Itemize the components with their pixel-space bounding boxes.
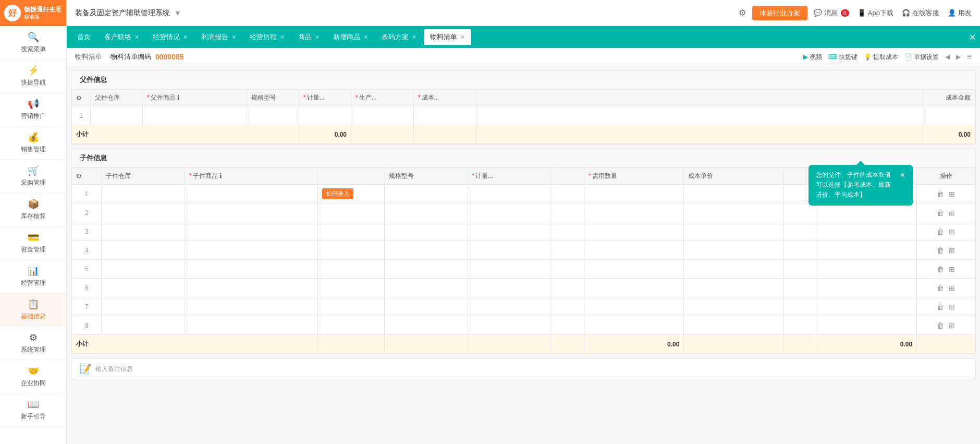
child-cell-amount-6[interactable] (817, 279, 916, 297)
child-cell-unit-5[interactable] (468, 260, 551, 279)
nav-tab-close-5[interactable]: ✕ (315, 34, 320, 41)
parent-cell-produce-1[interactable] (351, 106, 414, 125)
child-cell-uprice-3[interactable] (684, 222, 783, 241)
child-cell-spec-7[interactable] (384, 297, 468, 316)
delete-icon-5[interactable]: 🗑 (937, 265, 944, 273)
online-service-item[interactable]: 🎧 在线客服 (902, 8, 939, 18)
child-cell-unit-8[interactable] (468, 316, 551, 335)
sidebar-item-采购管理[interactable]: 🛒采购管理 (0, 160, 66, 193)
delete-icon-1[interactable]: 🗑 (937, 190, 944, 198)
parent-cell-spec-1[interactable] (247, 106, 299, 125)
child-cell-goods-7[interactable] (185, 297, 318, 316)
child-cell-qty-4[interactable] (584, 241, 683, 260)
parent-cell-amount-1[interactable] (923, 106, 975, 125)
child-cell-unit-4[interactable] (468, 241, 551, 260)
user-item[interactable]: 👤 用友 (948, 8, 972, 18)
tooltip-close-btn[interactable]: ✕ (900, 170, 905, 181)
message-item[interactable]: 💬 消息 6 (814, 8, 849, 18)
child-cell-uprice-4[interactable] (684, 241, 783, 260)
app-download-item[interactable]: 📱 App下载 (858, 8, 893, 18)
breadcrumb-item-1[interactable]: 物料清单 (75, 52, 102, 62)
nav-tab-经营情况[interactable]: 经营情况 ✕ (146, 29, 194, 45)
nav-tab-close-3[interactable]: ✕ (231, 34, 236, 41)
experience-button[interactable]: 体验行业方案 (752, 6, 807, 20)
child-cell-spec-1[interactable] (384, 185, 468, 203)
sidebar-item-搜索菜单[interactable]: 🔍搜索菜单 (0, 26, 66, 59)
copy-icon-4[interactable]: ⊞ (949, 246, 955, 255)
parent-cell-cost-1[interactable] (414, 106, 476, 125)
delete-icon-7[interactable]: 🗑 (937, 303, 944, 311)
delete-icon-8[interactable]: 🗑 (937, 321, 944, 330)
child-cell-amount-4[interactable] (817, 241, 916, 260)
sidebar-item-新手引导[interactable]: 📖新手引导 (0, 393, 66, 427)
delete-icon-2[interactable]: 🗑 (937, 209, 944, 217)
sidebar-item-企业协同[interactable]: 🤝企业协同 (0, 360, 66, 393)
sidebar-item-营销推广[interactable]: 📢营销推广 (0, 93, 66, 126)
copy-icon-5[interactable]: ⊞ (949, 265, 955, 273)
child-cell-qty-8[interactable] (584, 316, 683, 335)
child-cell-warehouse-2[interactable] (102, 203, 185, 222)
sidebar-item-销售管理[interactable]: 💰销售管理 (0, 126, 66, 160)
child-cell-warehouse-5[interactable] (102, 260, 185, 279)
child-cell-uprice-2[interactable] (684, 203, 783, 222)
child-cell-uprice-7[interactable] (684, 297, 783, 316)
child-cell-amount-3[interactable] (817, 222, 916, 241)
nav-tab-经营历程[interactable]: 经营历程 ✕ (243, 29, 291, 45)
nav-tab-close-4[interactable]: ✕ (280, 34, 285, 41)
delete-icon-4[interactable]: 🗑 (937, 246, 944, 255)
nav-tab-利润报告[interactable]: 利润报告 ✕ (195, 29, 242, 45)
extract-cost-btn[interactable]: 💡 提取成本 (864, 53, 898, 62)
sidebar-item-基础信息[interactable]: 📋基础信息 (0, 293, 66, 327)
child-cell-uprice-8[interactable] (684, 316, 783, 335)
nav-prev-icon[interactable]: ◀ (945, 53, 950, 61)
child-cell-goods-2[interactable] (185, 203, 318, 222)
child-cell-spec-2[interactable] (384, 203, 468, 222)
settings-btn[interactable]: 📄 单据设置 (904, 53, 939, 62)
copy-icon-3[interactable]: ⊞ (949, 227, 955, 236)
title-arrow[interactable]: ▼ (174, 9, 181, 17)
child-cell-warehouse-4[interactable] (102, 241, 185, 260)
child-cell-goods-5[interactable] (185, 260, 318, 279)
gear-icon[interactable]: ⚙ (739, 8, 746, 18)
child-col-settings[interactable]: ⚙ (72, 168, 102, 185)
parent-cell-warehouse-1[interactable] (91, 106, 143, 125)
child-cell-amount-5[interactable] (817, 260, 916, 279)
sidebar-item-库存核算[interactable]: 📦库存核算 (0, 193, 66, 226)
list-view-icon[interactable]: ≡ (967, 52, 972, 62)
sidebar-item-快捷导航[interactable]: ⚡快捷导航 (0, 59, 66, 93)
child-cell-amount-8[interactable] (817, 316, 916, 335)
child-cell-unit-2[interactable] (468, 203, 551, 222)
nav-tab-物料清单[interactable]: 物料清单 ✕ (424, 29, 471, 45)
child-cell-unit-6[interactable] (468, 279, 551, 297)
child-cell-spec-4[interactable] (384, 241, 468, 260)
child-cell-uprice-1[interactable] (684, 185, 783, 203)
child-cell-qty-2[interactable] (584, 203, 683, 222)
copy-icon-6[interactable]: ⊞ (949, 284, 955, 292)
delete-icon-3[interactable]: 🗑 (937, 227, 944, 236)
nav-tab-close-7[interactable]: ✕ (412, 34, 416, 41)
sidebar-item-资金管理[interactable]: 💳资金管理 (0, 226, 66, 260)
child-cell-unit-3[interactable] (468, 222, 551, 241)
child-cell-goods-8[interactable] (185, 316, 318, 335)
child-cell-qty-5[interactable] (584, 260, 683, 279)
shortcut-btn[interactable]: ⌨ 快捷键 (828, 53, 858, 62)
child-cell-qty-7[interactable] (584, 297, 683, 316)
child-cell-warehouse-6[interactable] (102, 279, 185, 297)
child-cell-uprice-5[interactable] (684, 260, 783, 279)
copy-icon-8[interactable]: ⊞ (949, 321, 955, 330)
child-cell-qty-1[interactable] (584, 185, 683, 203)
child-cell-amount-2[interactable] (817, 203, 916, 222)
child-cell-spec-8[interactable] (384, 316, 468, 335)
copy-icon-7[interactable]: ⊞ (949, 303, 955, 311)
child-cell-unit-1[interactable] (468, 185, 551, 203)
copy-icon-1[interactable]: ⊞ (949, 190, 955, 198)
child-cell-unit-7[interactable] (468, 297, 551, 316)
child-cell-warehouse-8[interactable] (102, 316, 185, 335)
child-cell-spec-3[interactable] (384, 222, 468, 241)
view-video-btn[interactable]: ▶ 视频 (803, 53, 822, 62)
parent-cell-unit-1[interactable] (299, 106, 351, 125)
nav-tab-新增商品[interactable]: 新增商品 ✕ (327, 29, 374, 45)
nav-tab-close-8[interactable]: ✕ (460, 34, 465, 41)
sidebar-item-经营管理[interactable]: 📊经营管理 (0, 260, 66, 293)
child-cell-spec-6[interactable] (384, 279, 468, 297)
